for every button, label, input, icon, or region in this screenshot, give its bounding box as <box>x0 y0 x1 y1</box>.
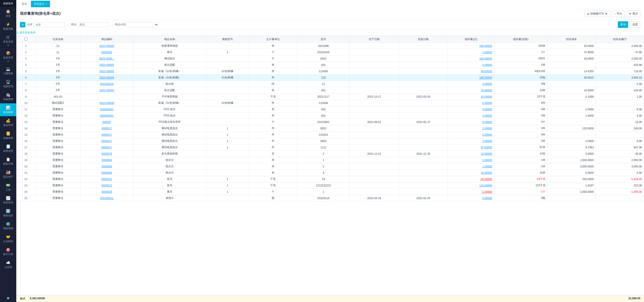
row-cost <box>548 119 596 125</box>
sidebar-settings[interactable]: ⚙️ <box>0 294 16 302</box>
row-qty-pack: 1个 <box>494 49 547 56</box>
show-button[interactable]: 👁 显示 <box>626 11 640 17</box>
row-code[interactable]: 0023-00008 <box>80 75 133 81</box>
row-code[interactable]: 000900001 <box>80 113 133 119</box>
warehouse-input[interactable] <box>34 22 65 27</box>
table-row: 15晋蜜粮仓0000017测试电竟批次1件2104230.000000件 <box>16 132 644 138</box>
sidebar-item-cloud[interactable]: ☁️ 云应用 <box>0 258 16 271</box>
salary-icon: 💵 <box>6 183 10 187</box>
sidebar-item-basic-info[interactable]: ℹ️ 基础信息 <box>0 207 16 220</box>
row-warehouse: 2号 <box>36 87 80 94</box>
row-qty-main[interactable]: 2.00000 <box>448 125 494 132</box>
sidebar-item-inventory[interactable]: 📊 库存核算 <box>0 103 16 116</box>
tab-active[interactable]: 库存批次 × <box>31 1 50 7</box>
sidebar-item-collab[interactable]: 🤝 企业协同 <box>0 232 16 245</box>
row-code[interactable]: 0000084 <box>80 163 133 170</box>
row-qty-main[interactable]: 10.00000 <box>448 94 494 100</box>
row-code[interactable]: 0023-0000... <box>80 56 133 62</box>
row-qty-main[interactable]: 1.00000 <box>448 49 494 56</box>
row-qty-main[interactable]: 10.00000 <box>448 170 494 176</box>
sidebar-item-fixed-assets[interactable]: 🏭 固定资产 <box>0 168 16 181</box>
row-code[interactable]: 0000012 <box>80 176 133 182</box>
tab-home[interactable]: 首页 <box>18 1 31 7</box>
row-qty-main[interactable]: 100.00000 <box>448 75 494 81</box>
select-all-checkbox[interactable] <box>24 38 27 41</box>
row-qty-main[interactable]: 3.00000 <box>448 138 494 144</box>
print-button[interactable]: 🖨 按模板打印 ▼ <box>584 11 610 17</box>
row-code[interactable] <box>80 94 133 100</box>
row-qty-main[interactable]: 10.00000 <box>448 87 494 94</box>
row-spec <box>206 151 249 157</box>
row-qty-main[interactable]: 1.00000 <box>448 157 494 163</box>
row-code[interactable]: 0023-00005 <box>80 68 133 75</box>
row-code[interactable]: 0000017 <box>80 144 133 151</box>
sidebar-item-purchase[interactable]: 🛍️ 采购管理 <box>0 90 16 103</box>
row-code[interactable]: 0000017 <box>80 125 133 132</box>
row-spec <box>206 62 249 68</box>
settings-button[interactable]: 设置 <box>630 22 640 27</box>
row-code[interactable]: 001000031 <box>80 195 133 201</box>
sidebar-item-system[interactable]: ⚙️ 系统管理 <box>0 220 16 232</box>
row-qty-main[interactable]: 49.60000 <box>448 68 494 75</box>
sidebar-item-ecom[interactable]: 🖥️ 电商管理 <box>0 77 16 90</box>
row-code[interactable]: 0000084 <box>80 170 133 176</box>
tab-close-btn[interactable]: × <box>46 3 47 5</box>
category-select[interactable] <box>127 22 158 27</box>
row-code[interactable]: 0000029 <box>80 189 133 195</box>
row-code[interactable]: 0023-00005 <box>80 62 133 68</box>
sidebar-item-invoice[interactable]: 🧾 发票管理 <box>0 142 16 155</box>
export-button[interactable]: ↑ 导出 <box>612 11 624 17</box>
sidebar-item-operations[interactable]: 📈 经营管理 <box>0 194 16 207</box>
row-code[interactable]: 0000084 <box>80 157 133 163</box>
row-qty-main[interactable]: 4.00000 <box>448 106 494 113</box>
table-container[interactable]: 仓库名称 商品编码 商品名称 规格型号 主计量单位 批号 生产日期 失效日期 现… <box>16 36 644 295</box>
row-qty-main[interactable]: 100.00000 <box>448 56 494 62</box>
row-code[interactable]: 000900001 <box>80 106 133 113</box>
row-qty-main[interactable]: 0.00000 <box>448 81 494 87</box>
row-code[interactable]: 0000078 <box>80 151 133 157</box>
table-header-row: 仓库名称 商品编码 商品名称 规格型号 主计量单位 批号 生产日期 失效日期 现… <box>16 36 644 43</box>
col-checkbox[interactable] <box>16 36 36 43</box>
row-qty-main[interactable]: 0.00000 <box>448 119 494 125</box>
row-code[interactable]: 0023-00008 <box>80 100 133 106</box>
sidebar-item-retail[interactable]: 🛒 零售管理 ▼ <box>0 33 16 49</box>
row-qty-main[interactable]: -1.00000 <box>448 189 494 195</box>
sidebar-item-quicknav[interactable]: ⚡ 快捷导航 <box>0 20 16 33</box>
row-unit: 件 <box>249 125 297 132</box>
row-qty-main[interactable]: 87.00000 <box>448 144 494 151</box>
sidebar-item-finance[interactable]: 💰 资金管理 <box>0 116 16 129</box>
sidebar-item-tax[interactable]: 📋 税务管理 <box>0 155 16 168</box>
row-qty-main[interactable]: 10.00000 <box>448 151 494 157</box>
sidebar-item-guide[interactable]: 🎯 新手引导 <box>0 245 16 258</box>
row-code[interactable]: 0000017 <box>80 138 133 144</box>
row-qty-main[interactable]: 0.00000 <box>448 62 494 68</box>
row-qty-pack: 4米 <box>494 106 547 113</box>
nav-prev-btn[interactable]: > <box>20 22 25 27</box>
goods-input[interactable] <box>77 22 109 27</box>
sidebar-logo[interactable]: 搜索菜单 <box>0 0 16 7</box>
row-code[interactable]: 0023-00005 <box>80 87 133 94</box>
row-spec: 1 <box>206 182 249 189</box>
row-qty-main[interactable]: 0.00000 <box>448 132 494 138</box>
row-qty-main[interactable]: 100.00000 <box>448 43 494 49</box>
row-code[interactable]: 0023-00009 <box>80 43 133 49</box>
row-qty-pack: 10米 <box>494 170 547 176</box>
row-qty-main[interactable]: 0.00000 <box>448 195 494 201</box>
row-qty-main[interactable]: 0.00000 <box>448 100 494 106</box>
row-qty-main[interactable]: -16.00000 <box>448 176 494 182</box>
sidebar-item-ledger[interactable]: 📒 总账管理 <box>0 129 16 142</box>
row-qty-main[interactable]: 1.00000 <box>448 163 494 170</box>
sidebar-item-wholesale[interactable]: 📦 批发管理 ▼ <box>0 49 16 65</box>
row-code[interactable]: 0000029 <box>80 49 133 56</box>
row-code[interactable]: 001000026 <box>80 81 133 87</box>
search-button[interactable]: 查询 <box>618 21 628 28</box>
sidebar-item-home[interactable]: 🏠 首页 <box>0 7 16 20</box>
row-qty-main[interactable]: 4.00000 <box>448 113 494 119</box>
row-code[interactable]: 0000012 <box>80 182 133 189</box>
row-code[interactable]: 0000017 <box>80 132 133 138</box>
sidebar-item-mini-ecom[interactable]: 💻 小脑电商 <box>0 65 16 77</box>
row-code[interactable]: 000097 <box>80 119 133 125</box>
row-qty-main[interactable]: 122.00000 <box>448 182 494 189</box>
expand-btn[interactable]: ☑ 展开更多条件 <box>16 31 644 35</box>
sidebar-item-salary[interactable]: 💵 工资 <box>0 181 16 194</box>
